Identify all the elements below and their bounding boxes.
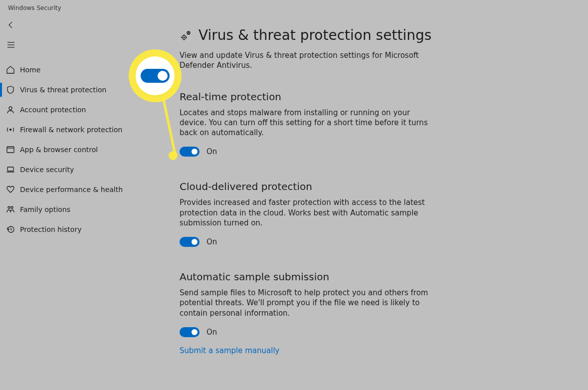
svg-point-9	[8, 206, 10, 208]
home-icon	[6, 60, 20, 80]
sidebar-item-device-security[interactable]: Device security	[0, 160, 160, 180]
sidebar-item-virus-threat[interactable]: Virus & threat protection	[0, 80, 160, 100]
svg-point-3	[9, 107, 12, 110]
shield-icon	[6, 80, 20, 100]
gears-icon	[180, 29, 193, 42]
section-cloud-title: Cloud-delivered protection	[180, 181, 439, 193]
section-sample: Automatic sample submission Send sample …	[180, 271, 439, 355]
svg-point-13	[184, 36, 185, 37]
section-realtime-title: Real-time protection	[180, 91, 439, 103]
section-cloud: Cloud-delivered protection Provides incr…	[180, 181, 439, 247]
page-header: Virus & threat protection settings	[180, 27, 568, 43]
sidebar-item-app-browser[interactable]: App & browser control	[0, 140, 160, 160]
hamburger-icon	[7, 41, 15, 51]
window-title: Windows Security	[8, 4, 61, 11]
sidebar-item-family-options[interactable]: Family options	[0, 199, 160, 219]
sidebar-item-label: Home	[20, 66, 40, 74]
back-button[interactable]	[0, 16, 160, 36]
svg-rect-7	[7, 167, 13, 171]
sidebar-item-label: App & browser control	[20, 146, 98, 154]
sidebar-item-account-protection[interactable]: Account protection	[0, 100, 160, 120]
history-icon	[6, 219, 20, 239]
section-sample-desc: Send sample files to Microsoft to help p…	[180, 288, 439, 318]
sidebar-item-label: Family options	[20, 205, 70, 213]
submit-sample-link[interactable]: Submit a sample manually	[180, 346, 279, 355]
main-content: Virus & threat protection settings View …	[160, 16, 588, 390]
sidebar-item-device-performance[interactable]: Device performance & health	[0, 180, 160, 199]
sidebar-item-label: Account protection	[20, 106, 86, 114]
sample-toggle[interactable]	[180, 327, 199, 337]
svg-point-15	[188, 32, 189, 33]
sample-toggle-state: On	[206, 328, 217, 337]
page-title: Virus & threat protection settings	[198, 27, 431, 43]
sidebar: Home Virus & threat protection Account p…	[0, 16, 160, 390]
svg-point-14	[187, 31, 190, 34]
svg-point-10	[11, 206, 13, 208]
realtime-toggle-state: On	[206, 147, 217, 156]
heartbeat-icon	[6, 180, 20, 199]
window-icon	[6, 140, 20, 160]
sidebar-item-label: Virus & threat protection	[20, 86, 106, 94]
window-titlebar: Windows Security	[0, 0, 588, 16]
signal-icon	[6, 120, 20, 140]
sidebar-item-home[interactable]: Home	[0, 60, 160, 80]
page-subtitle: View and update Virus & threat protectio…	[180, 50, 439, 71]
sidebar-item-label: Protection history	[20, 225, 81, 233]
section-realtime-desc: Locates and stops malware from installin…	[180, 108, 439, 138]
sidebar-item-label: Firewall & network protection	[20, 126, 122, 134]
sidebar-item-label: Device security	[20, 166, 74, 174]
back-arrow-icon	[7, 21, 15, 31]
cloud-toggle[interactable]	[180, 237, 199, 247]
svg-point-4	[10, 129, 11, 131]
laptop-icon	[6, 160, 20, 180]
sidebar-item-firewall[interactable]: Firewall & network protection	[0, 120, 160, 140]
realtime-toggle[interactable]	[180, 147, 199, 157]
section-sample-title: Automatic sample submission	[180, 271, 439, 283]
family-icon	[6, 199, 20, 219]
section-realtime: Real-time protection Locates and stops m…	[180, 91, 439, 157]
sidebar-item-protection-history[interactable]: Protection history	[0, 219, 160, 239]
sidebar-item-label: Device performance & health	[20, 186, 123, 194]
section-cloud-desc: Provides increased and faster protection…	[180, 197, 439, 228]
sidebar-nav: Home Virus & threat protection Account p…	[0, 60, 160, 239]
svg-rect-5	[7, 147, 14, 153]
cloud-toggle-state: On	[206, 237, 217, 246]
menu-hamburger-button[interactable]	[0, 36, 160, 56]
svg-point-12	[182, 35, 186, 39]
person-icon	[6, 100, 20, 120]
